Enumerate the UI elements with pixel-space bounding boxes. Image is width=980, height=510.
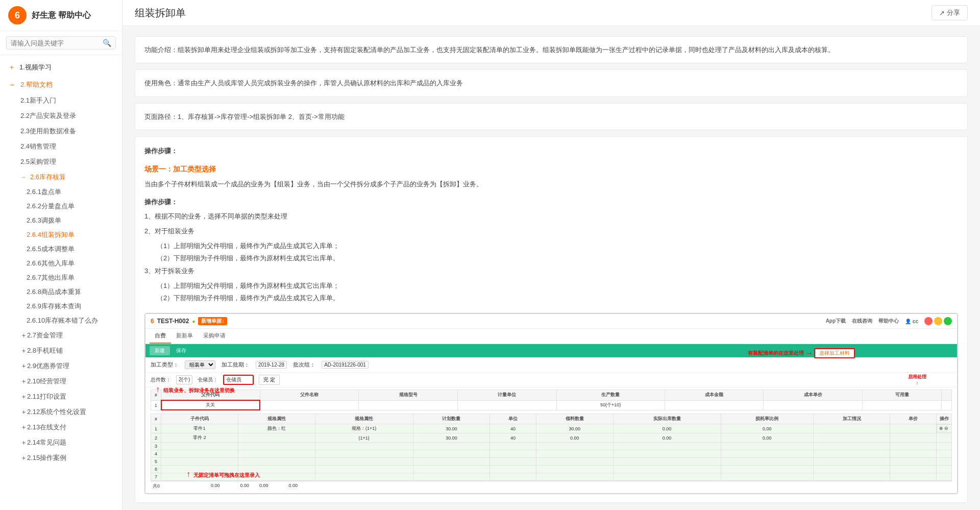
plus-icon-2.12: ＋ [20, 407, 27, 417]
sidebar-item-2.1[interactable]: 2.1新手入门 [0, 93, 122, 108]
main-content: 组装拆卸单 ↗ 分享 功能介绍：组装拆卸单用来处理企业组装或拆卸等加工业务，支持… [122, 0, 980, 510]
sidebar-item-2.3[interactable]: 2.3使用前数据准备 [0, 124, 122, 139]
mock-btn-add[interactable]: 新增单据↓ [198, 317, 227, 325]
path-block: 页面路径：1、库存核算->库存管理->组装拆卸单 2、首页->常用功能 [135, 103, 968, 130]
nav-item-2.6-label: 2.6库存核算 [30, 173, 66, 182]
sidebar-item-2.14[interactable]: ＋ 2.14常见问题 [0, 435, 122, 450]
mock-confirm-btn[interactable]: 完 定 [259, 375, 280, 385]
search-icon[interactable]: 🔍 [103, 39, 111, 47]
steps-label: 操作步骤： [144, 196, 958, 209]
scenario1-desc: 当由多个子件材料组装成一个成品的业务为【组装】业务，当由一个父件拆分成多个子产品… [144, 178, 958, 191]
sidebar-item-2.10[interactable]: ＋ 2.10经营管理 [0, 374, 122, 389]
search-input[interactable] [11, 39, 103, 47]
mock-tab-save[interactable]: 保存 [172, 346, 190, 355]
mock-title-bar: 6 TEST-H002 ● 新增单据↓ App下载 在线咨询 帮助中心 👤 cc [145, 314, 957, 329]
share-button[interactable]: ↗ 分享 [932, 5, 968, 20]
sidebar-item-2.6.2[interactable]: 2.6.2分量盘点单 [0, 199, 122, 213]
plus-icon-2.14: ＋ [20, 438, 27, 447]
sidebar-item-2.6.9[interactable]: 2.6.9库存账本查询 [0, 299, 122, 313]
mock-form-date-label: 加工批期： [222, 361, 250, 369]
close-btn-icon[interactable] [924, 317, 933, 325]
step2: 2、对于组装业务 [144, 225, 958, 238]
sidebar-item-2.6.1[interactable]: 2.6.1盘点单 [0, 185, 122, 199]
sidebar-item-2.12[interactable]: ＋ 2.12系统个性化设置 [0, 404, 122, 420]
mock-worker-label: 仓储员： [198, 376, 218, 383]
steps-section: 操作步骤： 场景一：加工类型选择 当由多个子件材料组装成一个成品的业务为【组装】… [135, 136, 968, 503]
annotation-toggle: ↑ 组装业务、拆卸业务在这里切换 [156, 385, 235, 394]
mock-nav-new[interactable]: 新新单 [171, 329, 198, 344]
sidebar-item-2.6.6[interactable]: 2.6.6其他入库单 [0, 256, 122, 271]
sidebar-item-2.15[interactable]: ＋ 2.15操作案例 [0, 450, 122, 466]
table-row: 2 零件 2 (1+1) 30.00 40 0.00 0.00 0.00 [151, 433, 952, 443]
mock-parent-table: # 父件代码 父件名称 规格型号 计量单位 生产数量 成本金额 成本单价 可用量 [151, 390, 952, 410]
nav-item-2.1-label: 2.1新手入门 [20, 96, 56, 105]
mock-form-batch-label: 批次组： [293, 361, 315, 369]
search-bar: 🔍 [0, 31, 122, 55]
sidebar-item-2.11[interactable]: ＋ 2.11打印设置 [0, 389, 122, 404]
path-text: 页面路径：1、库存核算->库存管理->组装拆卸单 2、首页->常用功能 [144, 111, 958, 123]
minimize-btn-icon[interactable] [934, 317, 942, 325]
mock-form-type-label: 加工类型： [151, 361, 179, 369]
table-row: 6 [151, 466, 952, 473]
plus-icon-2.15: ＋ [20, 453, 27, 463]
search-input-wrap[interactable]: 🔍 [6, 36, 116, 50]
steps-heading: 操作步骤： [144, 145, 958, 158]
mock-form-batch-value: AD-20191226-001 [322, 361, 369, 369]
mock-qty-value: 2(个) [176, 375, 192, 384]
sidebar-item-2.6.10[interactable]: 2.6.10库存账本错了么办 [0, 313, 122, 328]
mock-nav-purchase[interactable]: 采购申请 [198, 329, 231, 344]
plus-icon: ＋ [8, 63, 15, 72]
table-row: 1 零件1 颜色：红 规格：(1+1) 30.00 40 30.00 0.00 … [151, 424, 952, 433]
table-row: 3 [151, 443, 952, 450]
maximize-btn-icon[interactable] [944, 317, 952, 325]
sidebar-item-2.2[interactable]: 2.2产品安装及登录 [0, 108, 122, 124]
table-row: 5 [151, 458, 952, 466]
nav-section-video-title[interactable]: ＋ 1.视频学习 [0, 59, 122, 76]
sidebar-item-2.7[interactable]: ＋ 2.7资金管理 [0, 328, 122, 343]
mock-child-table-area: ↑ 无固定清单可拖拽在这里录入 # 子件代码 规格属性 规格属性 计划数量 [145, 412, 957, 493]
mock-worker-select[interactable]: 仓储员 [223, 375, 254, 385]
mock-tab-new[interactable]: 新建 [150, 346, 170, 355]
top-header: 组装拆卸单 ↗ 分享 [122, 0, 980, 26]
logo-text: 好生意 帮助中心 [32, 10, 91, 21]
minus-icon-2.6: － [20, 173, 27, 182]
sidebar-item-2.4[interactable]: 2.4销售管理 [0, 139, 122, 154]
mock-bom-btn[interactable]: 选择加工材料 [814, 348, 855, 358]
sidebar-item-2.6.5[interactable]: 2.6.5成本调整单 [0, 242, 122, 256]
mock-child-table: # 子件代码 规格属性 规格属性 计划数量 单位 领料数量 实际出库数量 损耗率… [151, 414, 952, 481]
sidebar-item-2.6.8[interactable]: 2.6.8商品成本重算 [0, 285, 122, 299]
minus-icon: － [8, 81, 16, 89]
sidebar-item-2.6[interactable]: － 2.6库存核算 [0, 169, 122, 185]
mock-app-link: App下载 [826, 318, 846, 325]
mock-nav-zifei[interactable]: 自费 [150, 329, 171, 344]
nav-section-help: － 2.帮助文档 2.1新手入门 2.2产品安装及登录 2.3使用前数据准备 2… [0, 77, 122, 466]
content-area: 功能介绍：组装拆卸单用来处理企业组装或拆卸等加工业务，支持有固定装配清单的产品加… [122, 26, 980, 510]
share-icon: ↗ [939, 9, 945, 17]
plus-icon-2.10: ＋ [20, 377, 27, 386]
sidebar-item-2.8[interactable]: ＋ 2.8手机旺铺 [0, 343, 122, 358]
sidebar-item-2.6.3[interactable]: 2.6.3调拨单 [0, 213, 122, 228]
annotation-drag: ↑ 无固定清单可拖拽在这里录入 [186, 470, 260, 479]
sidebar-item-2.13[interactable]: ＋ 2.13在线支付 [0, 420, 122, 435]
step2-sub1: （1）上部明细为父件明细，最终作为产成品生成其它入库单； [144, 240, 958, 253]
mock-qty-label: 总件数： [151, 376, 171, 383]
screenshot-mockup: 6 TEST-H002 ● 新增单据↓ App下载 在线咨询 帮助中心 👤 cc [144, 313, 958, 494]
sidebar-item-2.6.4[interactable]: 2.6.4组装拆卸单 [0, 228, 122, 242]
step1: 1、根据不同的业务，选择不同单据的类型来处理 [144, 210, 958, 223]
mock-form-type-select[interactable]: 组装单 拆卸单 [185, 360, 215, 369]
sidebar: 6 好生意 帮助中心 🔍 ＋ 1.视频学习 － 2.帮助文档 2.1新手入门 [0, 0, 122, 510]
role-text: 使用角色：通常由生产人员或库管人员完成拆装业务的操作，库管人员确认原材料的出库和… [144, 77, 958, 89]
sidebar-item-2.6.7[interactable]: 2.6.7其他出库单 [0, 271, 122, 285]
nav-item-2.5-label: 2.5采购管理 [20, 157, 56, 166]
sidebar-item-2.5[interactable]: 2.5采购管理 [0, 154, 122, 169]
page-title: 组装拆卸单 [135, 6, 186, 20]
sidebar-item-2.9[interactable]: ＋ 2.9优惠券管理 [0, 358, 122, 374]
nav-section-help-title[interactable]: － 2.帮助文档 [0, 77, 122, 93]
plus-icon-2.11: ＋ [20, 392, 27, 401]
step3: 3、对于拆装业务 [144, 265, 958, 278]
nav-item-2.3-label: 2.3使用前数据准备 [20, 127, 76, 136]
nav-tree: ＋ 1.视频学习 － 2.帮助文档 2.1新手入门 2.2产品安装及登录 2.3… [0, 55, 122, 510]
mock-title-text: TEST-H002 [157, 318, 189, 325]
annotation-bom: 有装配清单的在这里处理 → 选择加工材料 [748, 348, 855, 358]
mock-parent-table-area: # 父件代码 父件名称 规格型号 计量单位 生产数量 成本金额 成本单价 可用量 [145, 387, 957, 412]
